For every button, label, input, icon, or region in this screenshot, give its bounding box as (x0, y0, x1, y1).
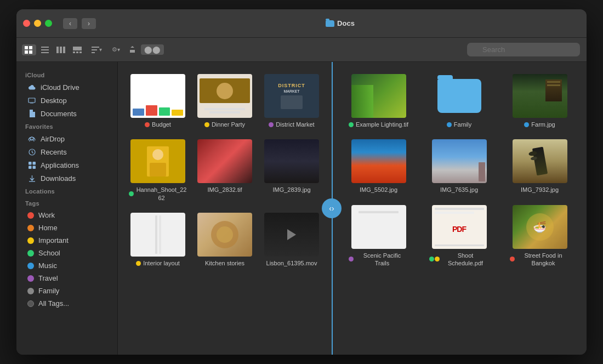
school-tag-label: School (38, 249, 60, 257)
svg-rect-12 (76, 52, 78, 53)
all-tags-label: All Tags... (38, 299, 69, 308)
sidebar-item-applications[interactable]: Applications (19, 158, 115, 172)
sidebar-item-tag-important[interactable]: Important (19, 234, 115, 247)
svg-rect-22 (32, 162, 36, 165)
music-tag-label: Music (38, 261, 57, 270)
file-name-img-2832: IMG_2832.tif (208, 186, 242, 194)
locations-section-label: Locations (16, 185, 117, 197)
sidebar-item-documents[interactable]: Documents (19, 107, 115, 120)
tag-button[interactable]: ⬤⬤ (141, 44, 164, 55)
applications-icon (27, 161, 36, 169)
file-item-farm[interactable]: Farm.jpg (502, 71, 578, 132)
file-name-interior-layout: Interior layout (136, 259, 180, 267)
sidebar-item-tag-travel[interactable]: Travel (19, 272, 115, 285)
desktop-icon (27, 96, 36, 105)
file-name-img-5502: IMG_5502.jpg (360, 186, 397, 194)
svg-rect-23 (29, 166, 32, 169)
column-view-button[interactable] (54, 45, 68, 55)
file-item-lisbon-video[interactable]: Lisbon_61395.mov (260, 209, 323, 270)
search-input[interactable] (467, 43, 580, 56)
panel-divider-handle[interactable]: ‹› (322, 198, 342, 218)
file-name-farm: Farm.jpg (524, 121, 555, 128)
file-item-img-7635[interactable]: IMG_7635.jpg (421, 136, 497, 197)
file-grid-left: Budget Dinner Party (118, 62, 332, 355)
svg-rect-2 (25, 50, 28, 54)
sidebar-item-icloud-drive[interactable]: iCloud Drive (19, 81, 115, 94)
file-item-district-market[interactable]: DISTRICT MARKET District Market (260, 71, 323, 132)
travel-tag-dot (27, 275, 34, 282)
desktop-label: Desktop (41, 96, 67, 105)
file-item-kitchen-stories[interactable]: Kitchen stories (194, 209, 256, 270)
window-title: Docs (337, 19, 355, 27)
toolbar-row: ▾ ⚙ ▾ ⬤⬤ 🔍 (16, 38, 587, 62)
file-name-district-market: District Market (269, 121, 314, 128)
svg-rect-21 (29, 162, 32, 165)
list-view-button[interactable] (38, 45, 52, 55)
file-name-budget: Budget (145, 121, 171, 128)
svg-rect-4 (41, 47, 49, 48)
content-area: iCloud iCloud Drive Desktop Documents Fa (16, 62, 587, 355)
svg-rect-14 (92, 47, 99, 48)
sidebar-item-desktop[interactable]: Desktop (19, 94, 115, 107)
sidebar-item-tag-family[interactable]: Family (19, 285, 115, 297)
file-item-interior-layout[interactable]: Interior layout (127, 209, 189, 270)
back-button[interactable]: ‹ (63, 18, 77, 29)
icloud-drive-label: iCloud Drive (41, 83, 79, 92)
window-folder-icon (326, 20, 334, 27)
file-item-img-5502[interactable]: IMG_5502.jpg (340, 136, 417, 197)
file-item-street-food[interactable]: 🍜 Street Food in Bangkok (502, 202, 578, 271)
family-tag-label: Family (38, 287, 59, 295)
svg-rect-3 (29, 50, 32, 54)
file-name-img-7932: IMG_7932.jpg (521, 186, 559, 194)
search-area: 🔍 (230, 43, 587, 56)
sidebar-item-downloads[interactable]: Downloads (19, 172, 115, 185)
file-item-img-2832[interactable]: IMG_2832.tif (194, 136, 256, 205)
file-item-shoot-schedule[interactable]: PDF Shoot Schedule.pdf (421, 202, 497, 271)
documents-label: Documents (41, 110, 77, 118)
file-item-dinner-party[interactable]: Dinner Party (194, 71, 256, 132)
favorites-section-label: Favorites (16, 120, 117, 132)
file-name-img-2839: IMG_2839.jpg (272, 186, 310, 194)
close-button[interactable] (23, 20, 30, 27)
file-name-img-7635: IMG_7635.jpg (440, 186, 478, 194)
file-item-img-7932[interactable]: IMG_7932.jpg (502, 136, 578, 197)
actions-button[interactable]: ⚙ ▾ (109, 44, 123, 55)
sidebar-item-tag-school[interactable]: School (19, 247, 115, 259)
sidebar-item-tag-home[interactable]: Home (19, 221, 115, 234)
file-item-scenic-pacific[interactable]: Scenic Pacific Trails (340, 202, 417, 271)
svg-rect-16 (92, 52, 95, 53)
minimize-button[interactable] (34, 20, 41, 27)
svg-rect-15 (92, 49, 97, 50)
file-item-img-2839[interactable]: IMG_2839.jpg (260, 136, 323, 205)
svg-rect-11 (73, 52, 75, 53)
icon-view-button[interactable] (22, 44, 36, 55)
work-tag-dot (27, 212, 34, 219)
sidebar-item-tag-music[interactable]: Music (19, 259, 115, 272)
file-name-street-food: Street Food in Bangkok (510, 252, 570, 268)
sidebar-item-tag-work[interactable]: Work (19, 209, 115, 221)
all-tags-dot (27, 300, 34, 307)
file-item-family-folder[interactable]: Family (421, 71, 497, 132)
travel-tag-label: Travel (38, 274, 58, 282)
svg-rect-6 (41, 52, 49, 53)
svg-rect-9 (63, 47, 65, 53)
sidebar-item-all-tags[interactable]: All Tags... (19, 297, 115, 310)
gallery-view-button[interactable] (70, 45, 84, 55)
maximize-button[interactable] (45, 20, 52, 27)
work-tag-label: Work (38, 211, 55, 219)
file-item-example-lighting[interactable]: Example Lighting.tif (340, 71, 417, 132)
file-name-example-lighting: Example Lighting.tif (349, 121, 408, 128)
file-grid-right: Example Lighting.tif Family (332, 62, 587, 355)
sidebar-item-airdrop[interactable]: AirDrop (19, 132, 115, 145)
forward-button[interactable]: › (82, 18, 96, 29)
svg-rect-13 (79, 52, 82, 53)
file-item-budget[interactable]: Budget (127, 71, 189, 132)
share-button[interactable] (126, 44, 139, 55)
sort-options-button[interactable]: ▾ (89, 45, 105, 55)
finder-window: ‹ › Docs ▾ ⚙ ▾ (16, 9, 587, 355)
home-tag-label: Home (38, 224, 58, 232)
file-name-hannah-shoot: Hannah_Shoot_2262 (129, 186, 187, 202)
applications-label: Applications (41, 161, 79, 169)
sidebar-item-recents[interactable]: Recents (19, 145, 115, 158)
file-item-hannah-shoot[interactable]: Hannah_Shoot_2262 (127, 136, 189, 205)
